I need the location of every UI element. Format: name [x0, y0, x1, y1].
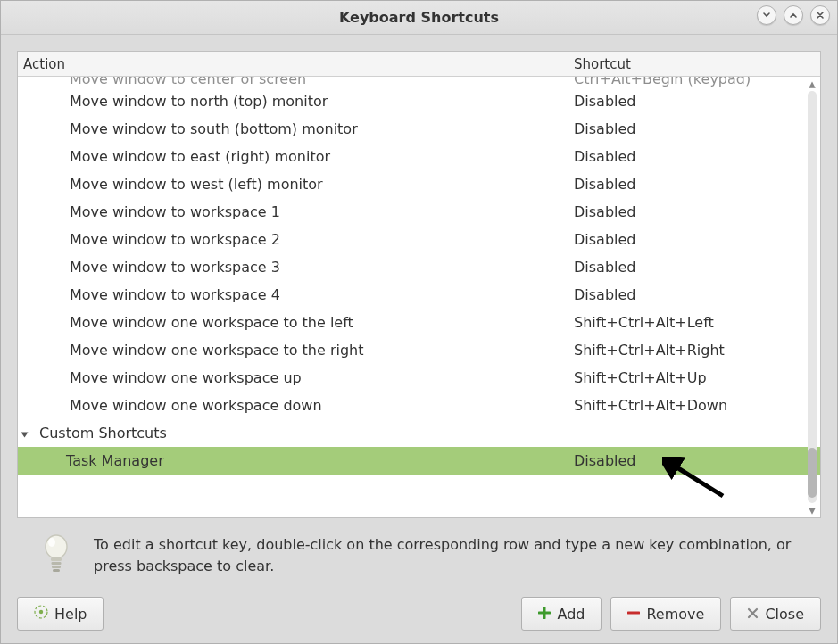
- table-header: Action Shortcut: [18, 52, 820, 77]
- action-cell: Move window one workspace to the left: [18, 314, 568, 331]
- table-row[interactable]: Move window one workspace upShift+Ctrl+A…: [18, 364, 820, 392]
- minus-icon: [627, 606, 640, 623]
- chevron-down-icon[interactable]: [21, 432, 29, 437]
- content-area: Action Shortcut Move window to center of…: [1, 35, 837, 643]
- table-row[interactable]: Move window to workspace 4Disabled: [18, 281, 820, 309]
- scroll-track[interactable]: [808, 91, 817, 503]
- shortcuts-table: Action Shortcut Move window to center of…: [17, 51, 821, 518]
- shortcut-cell: Disabled: [568, 148, 820, 165]
- svg-rect-3: [52, 562, 62, 565]
- shortcut-cell: Disabled: [568, 259, 820, 276]
- table-row[interactable]: Move window to east (right) monitorDisab…: [18, 143, 820, 170]
- titlebar: Keyboard Shortcuts: [1, 1, 837, 35]
- action-cell: Move window to center of screen: [18, 77, 568, 87]
- table-row[interactable]: Move window to south (bottom) monitorDis…: [18, 115, 820, 143]
- close-icon: [747, 606, 759, 623]
- shortcut-cell: Ctrl+Alt+Begin (keypad): [568, 77, 820, 87]
- button-row: Help Add Remove: [17, 588, 821, 631]
- table-row[interactable]: Move window one workspace to the leftShi…: [18, 309, 820, 336]
- vertical-scrollbar[interactable]: ▴ ▾: [806, 78, 818, 516]
- help-button[interactable]: Help: [17, 597, 104, 631]
- action-cell: Move window to west (left) monitor: [18, 176, 568, 193]
- lightbulb-icon: [37, 534, 76, 579]
- plus-icon: [538, 606, 551, 623]
- table-row[interactable]: Move window to workspace 2Disabled: [18, 226, 820, 253]
- action-cell: Move window one workspace to the right: [18, 342, 568, 359]
- action-cell: Move window to workspace 3: [18, 259, 568, 276]
- hint-text: To edit a shortcut key, double-click on …: [94, 534, 814, 577]
- shortcut-cell: Disabled: [568, 176, 820, 193]
- action-cell: Custom Shortcuts: [18, 425, 568, 442]
- table-row[interactable]: Move window to workspace 1Disabled: [18, 198, 820, 226]
- column-header-shortcut[interactable]: Shortcut: [568, 56, 820, 72]
- shortcut-cell: Shift+Ctrl+Alt+Right: [568, 342, 820, 359]
- svg-point-1: [48, 538, 55, 547]
- help-icon: [34, 605, 48, 623]
- remove-button-label: Remove: [646, 606, 704, 623]
- close-button-label: Close: [765, 606, 804, 623]
- action-cell: Move window to workspace 1: [18, 203, 568, 220]
- action-cell: Move window to east (right) monitor: [18, 148, 568, 165]
- action-cell: Move window to workspace 2: [18, 231, 568, 248]
- table-row[interactable]: Custom Shortcuts: [18, 419, 820, 447]
- shortcut-cell: Shift+Ctrl+Alt+Down: [568, 397, 820, 414]
- shortcut-cell: Disabled: [568, 452, 820, 469]
- action-cell: Move window to workspace 4: [18, 286, 568, 303]
- action-cell: Move window one workspace down: [18, 397, 568, 414]
- remove-button[interactable]: Remove: [610, 597, 721, 631]
- svg-rect-2: [51, 557, 62, 561]
- add-button[interactable]: Add: [521, 597, 602, 631]
- close-dialog-button[interactable]: Close: [730, 597, 821, 631]
- table-body: Move window to center of screenCtrl+Alt+…: [18, 77, 820, 517]
- table-row[interactable]: Move window to north (top) monitorDisabl…: [18, 87, 820, 115]
- table-row[interactable]: Move window to west (left) monitorDisabl…: [18, 170, 820, 198]
- shortcut-cell: Shift+Ctrl+Alt+Up: [568, 369, 820, 386]
- action-cell: Move window one workspace up: [18, 369, 568, 386]
- table-row[interactable]: Task ManagerDisabled: [18, 447, 820, 475]
- action-cell: Task Manager: [18, 452, 568, 469]
- action-cell: Move window to south (bottom) monitor: [18, 120, 568, 137]
- shortcut-cell: Disabled: [568, 93, 820, 110]
- svg-rect-4: [52, 566, 61, 568]
- shortcut-cell: Disabled: [568, 203, 820, 220]
- shortcut-cell: Disabled: [568, 286, 820, 303]
- maximize-button[interactable]: [784, 5, 803, 25]
- minimize-button[interactable]: [757, 5, 776, 25]
- svg-rect-5: [53, 569, 60, 572]
- scroll-down-arrow[interactable]: ▾: [806, 505, 818, 516]
- window-controls: [757, 5, 830, 25]
- shortcut-cell: Disabled: [568, 120, 820, 137]
- window-title: Keyboard Shortcuts: [339, 9, 499, 26]
- svg-point-7: [39, 610, 43, 614]
- close-button[interactable]: [810, 5, 830, 25]
- column-header-action[interactable]: Action: [18, 52, 568, 76]
- table-row[interactable]: Move window one workspace to the rightSh…: [18, 336, 820, 364]
- shortcut-cell: Shift+Ctrl+Alt+Left: [568, 314, 820, 331]
- scroll-thumb[interactable]: [808, 448, 817, 498]
- table-row[interactable]: Move window to workspace 3Disabled: [18, 253, 820, 281]
- shortcut-cell: Disabled: [568, 231, 820, 248]
- help-button-label: Help: [54, 606, 87, 623]
- table-row[interactable]: Move window to center of screenCtrl+Alt+…: [18, 77, 820, 87]
- action-cell: Move window to north (top) monitor: [18, 93, 568, 110]
- svg-point-0: [46, 535, 67, 558]
- table-row[interactable]: Move window one workspace downShift+Ctrl…: [18, 392, 820, 419]
- add-button-label: Add: [557, 606, 585, 623]
- hint-row: To edit a shortcut key, double-click on …: [17, 518, 821, 588]
- keyboard-shortcuts-window: Keyboard Shortcuts Action Shortcut Move …: [0, 0, 838, 644]
- scroll-up-arrow[interactable]: ▴: [806, 78, 818, 89]
